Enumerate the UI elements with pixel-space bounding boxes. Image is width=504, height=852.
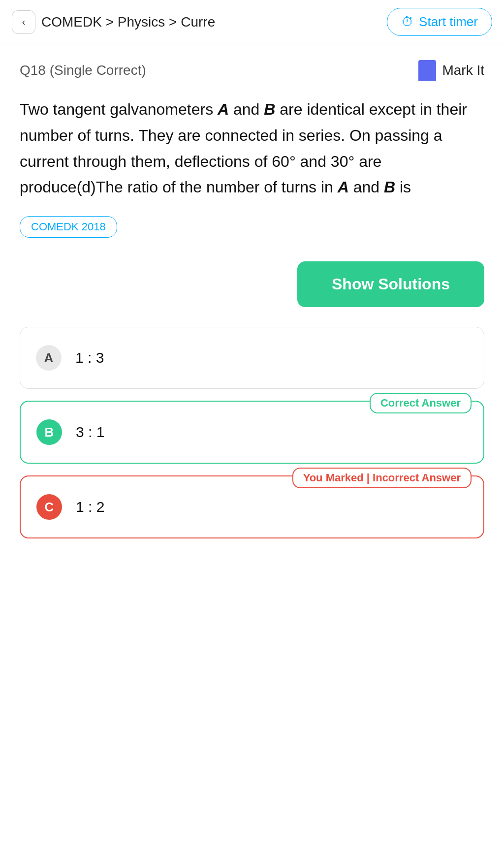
mark-it-button[interactable]: Mark It [418, 60, 484, 81]
mark-it-label: Mark It [442, 63, 484, 78]
bookmark-icon [418, 60, 436, 81]
header: ‹ COMEDK > Physics > Curre ⏱ Start timer [0, 0, 504, 44]
option-a-text: 1 : 3 [75, 349, 104, 366]
question-label: Q18 (Single Correct) [20, 63, 146, 78]
option-b-circle: B [36, 419, 62, 445]
option-a-circle: A [36, 345, 62, 371]
show-solutions-container: Show Solutions [0, 253, 504, 327]
header-left: ‹ COMEDK > Physics > Curre [12, 10, 215, 34]
option-c-card[interactable]: You Marked | Incorrect Answer C 1 : 2 [20, 475, 484, 538]
options-container: A 1 : 3 Correct Answer B 3 : 1 You Marke… [0, 327, 504, 570]
back-icon: ‹ [22, 16, 26, 28]
incorrect-answer-badge: You Marked | Incorrect Answer [292, 468, 472, 488]
tag-container: COMEDK 2018 [0, 212, 504, 253]
timer-label: Start timer [419, 14, 478, 30]
option-a-card[interactable]: A 1 : 3 [20, 327, 484, 389]
option-b-text: 3 : 1 [76, 424, 104, 441]
source-tag: COMEDK 2018 [20, 216, 117, 238]
question-meta: Q18 (Single Correct) Mark It [0, 44, 504, 89]
start-timer-button[interactable]: ⏱ Start timer [387, 8, 492, 36]
back-button[interactable]: ‹ [12, 10, 35, 34]
option-c-circle: C [36, 494, 62, 520]
breadcrumb: COMEDK > Physics > Curre [41, 14, 215, 30]
question-body: Two tangent galvanometers A and B are id… [0, 89, 504, 212]
timer-icon: ⏱ [401, 14, 414, 30]
option-c-text: 1 : 2 [76, 499, 104, 515]
correct-answer-badge: Correct Answer [370, 393, 472, 413]
option-b-card[interactable]: Correct Answer B 3 : 1 [20, 401, 484, 464]
show-solutions-button[interactable]: Show Solutions [297, 261, 484, 307]
